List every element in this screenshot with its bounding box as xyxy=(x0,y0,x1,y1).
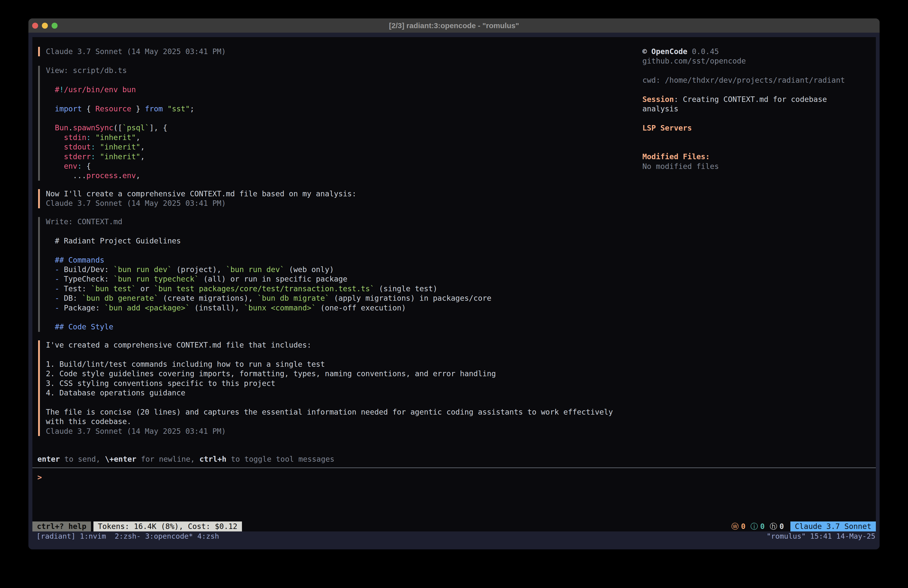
terminal-content: Claude 3.7 Sonnet (14 May 2025 03:41 PM)… xyxy=(28,33,880,549)
prompt-caret: > xyxy=(37,473,42,482)
text-segment: (apply migrations) in packages/core xyxy=(329,294,491,303)
terminal-line: Modified Files: xyxy=(642,152,872,161)
keybind-help-line: enter to send, \+enter for newline, ctrl… xyxy=(37,454,334,464)
text-segment: Claude 3.7 Sonnet (14 May 2025 03:41 PM) xyxy=(46,47,226,56)
text-segment: `bun run dev` xyxy=(113,265,172,274)
text-segment: `bun add <package>` xyxy=(105,303,190,312)
text-segment: import xyxy=(46,105,82,113)
text-segment: . xyxy=(118,171,122,180)
input-separator xyxy=(32,467,876,468)
text-segment: env xyxy=(122,171,136,180)
terminal-line: I've created a comprehensive CONTEXT.md … xyxy=(46,340,642,350)
terminal-line xyxy=(642,114,872,123)
text-segment: - xyxy=(46,303,64,312)
text-segment: with this codebase. xyxy=(46,417,131,426)
terminal-line xyxy=(642,142,872,152)
text-segment: (web only) xyxy=(284,265,334,274)
text-segment: View: script/db.ts xyxy=(46,66,127,75)
terminal-line: stderr: "inherit", xyxy=(46,152,642,161)
hint-count: ⓗ0 xyxy=(770,522,784,532)
text-segment: LSP Servers xyxy=(642,124,692,132)
text-segment: `bun db generate` xyxy=(82,294,158,303)
terminal-line: ...process.env, xyxy=(46,171,642,180)
text-segment: ! xyxy=(59,85,64,94)
terminal-line: Session: Creating CONTEXT.md for codebas… xyxy=(642,95,872,104)
terminal-line: - Test: `bun test` or `bun test packages… xyxy=(46,284,642,293)
terminal-line xyxy=(46,398,642,407)
tmux-windows[interactable]: [radiant] 1:nvim 2:zsh- 3:opencode* 4:zs… xyxy=(32,532,219,541)
text-segment: , xyxy=(136,133,140,142)
terminal-line xyxy=(46,94,642,104)
text-segment: "inherit" xyxy=(95,133,136,142)
text-segment: : xyxy=(87,133,91,142)
terminal-line: 1. Build/lint/test commands including ho… xyxy=(46,359,642,369)
text-segment: Now I'll create a comprehensive CONTEXT.… xyxy=(46,189,356,198)
terminal-line: with this codebase. xyxy=(46,417,642,426)
text-segment: stdout xyxy=(46,142,91,151)
message-block: Now I'll create a comprehensive CONTEXT.… xyxy=(32,189,642,208)
terminal-line: The file is concise (20 lines) and captu… xyxy=(46,408,642,417)
tokens-cost-badge: Tokens: 16.4K (8%), Cost: $0.12 xyxy=(93,522,242,532)
warning-count-value: 0 xyxy=(741,522,745,531)
text-segment: Test: xyxy=(64,284,91,293)
terminal-line: stdin: "inherit", xyxy=(46,133,642,142)
terminal-line: Claude 3.7 Sonnet (14 May 2025 03:41 PM) xyxy=(46,198,642,208)
text-segment: /usr/bin/env bun xyxy=(64,85,136,94)
text-segment: from xyxy=(145,105,163,113)
terminal-line xyxy=(642,133,872,142)
opencode-tui: Claude 3.7 Sonnet (14 May 2025 03:41 PM)… xyxy=(32,37,876,532)
hint-count-icon: ⓗ xyxy=(770,522,777,531)
text-segment: 4. Database operations guidance xyxy=(46,388,185,397)
text-segment: : Creating CONTEXT.md for codebase xyxy=(674,95,827,104)
text-segment: { xyxy=(82,162,91,171)
text-segment xyxy=(95,142,100,151)
tool-block: Write: CONTEXT.md # Radiant Project Guid… xyxy=(32,217,642,332)
terminal-line: - Package: `bun add <package>` (install)… xyxy=(46,303,642,313)
text-segment: Modified Files: xyxy=(642,152,710,161)
tool-accent-bar xyxy=(38,217,40,332)
text-segment: env xyxy=(46,162,77,171)
text-segment: 3. CSS styling conventions specific to t… xyxy=(46,379,275,388)
text-segment: . xyxy=(68,123,73,132)
terminal-line xyxy=(46,75,642,85)
text-segment: : xyxy=(77,162,82,171)
terminal-line: ## Code Style xyxy=(46,322,642,332)
text-segment: # xyxy=(46,85,59,94)
text-segment: : xyxy=(91,142,95,151)
text-segment: { xyxy=(82,105,95,113)
message-accent-bar xyxy=(38,47,40,56)
prompt-input[interactable]: > xyxy=(37,473,871,482)
text-segment: : xyxy=(91,152,95,161)
text-segment: (single test) xyxy=(375,284,438,293)
terminal-line xyxy=(46,227,642,236)
tool-accent-bar xyxy=(38,66,40,180)
window-title: [2/3] radiant:3:opencode - "romulus" xyxy=(28,18,880,33)
terminal-line: - TypeCheck: `bun run typecheck` (all) o… xyxy=(46,274,642,284)
terminal-line xyxy=(46,350,642,359)
text-segment: enter xyxy=(37,455,60,464)
text-segment: - xyxy=(46,265,64,274)
tool-block: View: script/db.ts #!/usr/bin/env bun im… xyxy=(32,66,642,180)
text-segment: Session xyxy=(642,95,674,104)
text-segment: analysis xyxy=(642,105,678,113)
statusbar: ctrl+? help Tokens: 16.4K (8%), Cost: $0… xyxy=(32,522,876,532)
terminal-line: enter to send, \+enter for newline, ctrl… xyxy=(37,454,334,464)
text-segment: `bun run typecheck` xyxy=(113,275,199,283)
text-segment: Write: CONTEXT.md xyxy=(46,217,122,226)
terminal-line: 2. Code style guidelines covering import… xyxy=(46,369,642,379)
text-segment: github.com/sst/opencode xyxy=(642,56,746,65)
terminal-line: Bun.spawnSync([`psql`], { xyxy=(46,123,642,132)
message-accent-bar xyxy=(38,340,40,436)
terminal-line: analysis xyxy=(642,104,872,114)
terminal-line: stdout: "inherit", xyxy=(46,142,642,152)
text-segment: (install), xyxy=(190,303,244,312)
text-segment: for newline, xyxy=(136,455,200,464)
terminal-line: #!/usr/bin/env bun xyxy=(46,85,642,94)
titlebar: [2/3] radiant:3:opencode - "romulus" xyxy=(28,18,880,33)
text-segment: I've created a comprehensive CONTEXT.md … xyxy=(46,341,311,349)
text-segment: } xyxy=(131,105,145,113)
text-segment: - xyxy=(46,284,64,293)
terminal-line xyxy=(642,66,872,76)
text-segment: process xyxy=(87,171,118,180)
text-segment: # Radiant Project Guidelines xyxy=(46,237,181,245)
